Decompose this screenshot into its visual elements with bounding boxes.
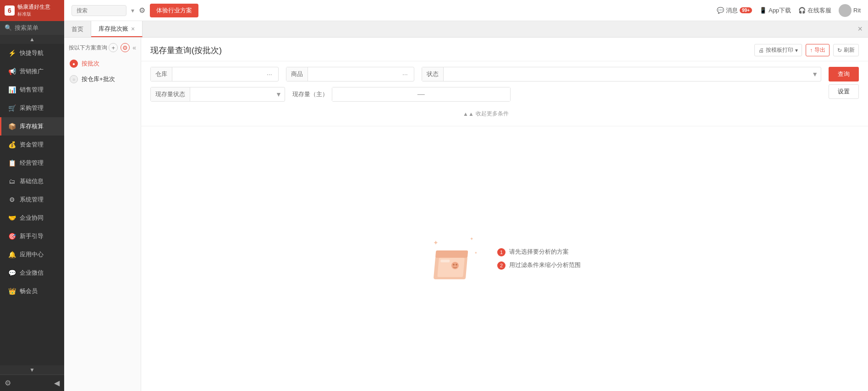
sidebar-item-operation[interactable]: 📋 经营管理	[0, 154, 64, 172]
topbar-dropdown-button[interactable]: ▾	[131, 7, 134, 14]
sidebar-item-corp[interactable]: 🤝 企业协同	[0, 209, 64, 227]
scheme-add-button[interactable]: +	[109, 43, 118, 52]
page-header-actions: 🖨 按模板打印 ▾ ↑ 导出 ↻ 刷新	[754, 44, 859, 56]
sidebar-item-wechat[interactable]: 💬 企业微信	[0, 264, 64, 282]
scheme-panel-header: 按以下方案查询 + ⚙ «	[64, 41, 141, 56]
filter-row-main: 仓库 ··· 商品 ··· 状态	[150, 67, 859, 120]
scheme-inactive-icon: ○	[70, 75, 78, 83]
sidebar-item-basic[interactable]: 🗂 基础信息	[0, 172, 64, 190]
experience-button[interactable]: 体验行业方案	[150, 4, 198, 17]
sidebar-header: 6 畅康通好生意 标准版	[0, 0, 64, 21]
guide-icon: 🎯	[8, 232, 16, 240]
sidebar-menu: ⚡ 快捷导航 📢 营销推广 📊 销售管理 🛒 采购管理 📦 库存核算 💰 资金管…	[0, 44, 64, 365]
sidebar-item-sales[interactable]: 📊 销售管理	[0, 81, 64, 99]
stock-qty-filter: 现存量（主） —	[292, 87, 511, 102]
scheme-item-batch[interactable]: ● 按批次	[64, 56, 141, 71]
member-icon: 👑	[8, 287, 16, 295]
tab-inventory-batch[interactable]: 库存批次账 ×	[91, 21, 143, 37]
scheme-active-icon: ●	[70, 60, 78, 68]
svg-rect-3	[440, 260, 450, 262]
scheme-settings-button[interactable]: ⚙	[121, 43, 130, 52]
status-dropdown-button[interactable]: ▼	[809, 67, 821, 81]
goods-label: 商品	[286, 67, 308, 81]
app-download-button[interactable]: 📱 App下载	[759, 6, 791, 15]
sidebar-item-system[interactable]: ⚙ 系统管理	[0, 190, 64, 209]
scheme-collapse-button[interactable]: «	[132, 44, 136, 51]
filter-buttons-area: 查询 设置	[821, 67, 859, 99]
finance-icon: 💰	[8, 141, 16, 149]
sidebar-collapse-button[interactable]: ◀	[54, 379, 60, 387]
stock-status-filter-group: 现存量状态 ▼	[150, 87, 285, 102]
refresh-button[interactable]: ↻ 刷新	[833, 44, 859, 56]
scheme-panel-actions: + ⚙ «	[109, 43, 136, 52]
sidebar-scroll-up[interactable]: ▲	[0, 35, 64, 44]
print-button[interactable]: 🖨 按模板打印 ▾	[754, 44, 802, 56]
scheme-item-warehouse-batch[interactable]: ○ 按仓库+批次	[64, 71, 141, 87]
main-area: ▾ ⚙ 体验行业方案 💬 消息 99+ 📱 App下载 🎧 在线客服 Rit	[64, 0, 868, 391]
sidebar-settings-button[interactable]: ⚙	[5, 379, 11, 387]
tab-close-all-button[interactable]: ×	[852, 24, 868, 34]
filter-settings-button[interactable]: 设置	[829, 84, 859, 99]
goods-more-button[interactable]: ···	[400, 67, 411, 81]
svg-text:✦: ✦	[474, 251, 478, 255]
sidebar-footer: ⚙ ◀	[0, 375, 64, 391]
hint-num-1: 1	[497, 248, 505, 256]
sidebar-item-marketing[interactable]: 📢 营销推广	[0, 62, 64, 81]
warehouse-more-button[interactable]: ···	[264, 67, 275, 81]
content-area: 按以下方案查询 + ⚙ « ● 按批次 ○ 按仓库+批次 现存量查询(按批次)	[64, 38, 868, 391]
sidebar-item-member[interactable]: 👑 畅会员	[0, 282, 64, 300]
svg-rect-1	[435, 250, 468, 258]
filter-inputs-area: 仓库 ··· 商品 ··· 状态	[150, 67, 821, 120]
sidebar-item-inventory[interactable]: 📦 库存核算	[0, 117, 64, 136]
stock-qty-from-input[interactable]	[332, 87, 415, 101]
tab-home[interactable]: 首页	[64, 21, 91, 37]
tab-close-button[interactable]: ×	[131, 26, 135, 32]
svg-point-6	[456, 264, 457, 266]
empty-illustration: ✦ ✦ ✦	[429, 231, 483, 286]
stock-qty-group: —	[332, 87, 511, 102]
topbar-gear-button[interactable]: ⚙	[139, 6, 145, 15]
operation-icon: 📋	[8, 159, 16, 167]
page-header: 现存量查询(按批次) 🖨 按模板打印 ▾ ↑ 导出 ↻ 刷新	[141, 38, 868, 61]
stock-status-input[interactable]	[190, 87, 273, 101]
sidebar-item-guide[interactable]: 🎯 新手引导	[0, 227, 64, 245]
query-button[interactable]: 查询	[829, 67, 859, 81]
stock-status-dropdown-btn[interactable]: ▼	[273, 87, 285, 101]
stock-qty-to-input[interactable]	[428, 87, 510, 101]
wechat-icon: 💬	[8, 269, 16, 277]
topbar-search-input[interactable]	[71, 5, 126, 16]
messages-button[interactable]: 💬 消息 99+	[717, 6, 752, 15]
status-input[interactable]	[444, 67, 809, 81]
sales-icon: 📊	[8, 86, 16, 94]
stock-qty-label: 现存量（主）	[292, 90, 328, 98]
sidebar-search[interactable]: 🔍 搜索菜单	[0, 21, 64, 35]
empty-state: ✦ ✦ ✦ 1 请先选择要分析的方案 2 用过滤条件来缩小分析范围	[141, 126, 868, 391]
message-badge: 99+	[740, 7, 752, 13]
goods-input[interactable]	[308, 67, 400, 81]
sidebar-item-finance[interactable]: 💰 资金管理	[0, 136, 64, 154]
collapse-conditions-button[interactable]: ▲▲ 收起更多条件	[150, 107, 821, 120]
stock-status-label: 现存量状态	[151, 87, 190, 101]
svg-text:✦: ✦	[433, 239, 439, 246]
warehouse-filter-group: 仓库 ···	[150, 67, 279, 81]
sidebar-item-quick-nav[interactable]: ⚡ 快捷导航	[0, 44, 64, 62]
export-button[interactable]: ↑ 导出	[806, 44, 830, 56]
filter-row-2: 现存量状态 ▼ 现存量（主） —	[150, 87, 821, 102]
svg-point-5	[453, 264, 455, 266]
sidebar-item-purchase[interactable]: 🛒 采购管理	[0, 99, 64, 117]
sidebar-brand: 畅康通好生意 标准版	[17, 4, 50, 17]
message-icon: 💬	[717, 7, 724, 14]
page-title: 现存量查询(按批次)	[150, 45, 222, 56]
sidebar-item-appstore[interactable]: 🔔 应用中心	[0, 245, 64, 264]
filter-row-1: 仓库 ··· 商品 ··· 状态	[150, 67, 821, 81]
topbar: ▾ ⚙ 体验行业方案 💬 消息 99+ 📱 App下载 🎧 在线客服 Rit	[64, 0, 868, 21]
print-dropdown-icon: ▾	[795, 47, 798, 54]
warehouse-label: 仓库	[151, 67, 172, 81]
online-service-button[interactable]: 🎧 在线客服	[798, 6, 831, 15]
user-profile[interactable]: Rit	[839, 4, 861, 17]
status-filter-group: 状态 ▼	[422, 67, 821, 81]
corp-icon: 🤝	[8, 214, 16, 222]
sidebar-scroll-down[interactable]: ▼	[0, 365, 64, 375]
empty-text: 1 请先选择要分析的方案 2 用过滤条件来缩小分析范围	[497, 248, 581, 270]
warehouse-input[interactable]	[172, 67, 264, 81]
